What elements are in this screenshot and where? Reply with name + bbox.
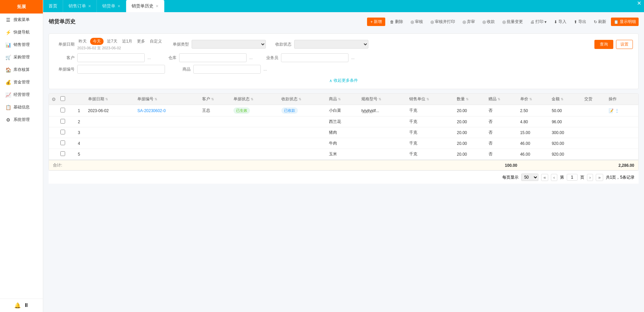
doc-no-label: 单据编号 <box>54 67 75 72</box>
td-checkbox[interactable] <box>58 138 76 149</box>
th-amount[interactable]: 金额 ⇅ <box>550 94 582 105</box>
sidebar-logo: 拓展 <box>0 0 43 14</box>
row-checkbox[interactable] <box>60 108 65 112</box>
td-transaction <box>582 116 607 127</box>
customer-ellipsis[interactable]: ... <box>147 55 151 60</box>
sidebar-item-purchase-mgmt[interactable]: 🛒 采购管理 <box>0 51 43 63</box>
page-number-input[interactable] <box>567 174 578 181</box>
doc-no-input[interactable] <box>77 65 165 74</box>
td-spec <box>359 149 407 160</box>
td-settings <box>49 105 58 116</box>
more-link[interactable]: ⋮ <box>615 108 619 113</box>
date-shortcut-yesterday[interactable]: 昨天 <box>77 38 88 45</box>
row-checkbox[interactable] <box>60 119 65 124</box>
tab-home[interactable]: 首页 <box>43 0 63 12</box>
pause-icon[interactable]: ⏸ <box>24 302 29 309</box>
date-shortcut-more[interactable]: 更多 <box>136 38 146 45</box>
salesman-input[interactable] <box>281 53 348 62</box>
warehouse-input[interactable] <box>179 53 247 62</box>
td-doc-no[interactable] <box>135 138 200 149</box>
goods-ellipsis[interactable]: ... <box>263 67 267 72</box>
page-size-select[interactable]: 50 20 100 <box>521 174 538 181</box>
show-detail-button[interactable]: 📋 显示明细 <box>611 18 639 26</box>
doc-no-filter-group: 单据编号 <box>54 65 165 74</box>
sidebar-item-system-mgmt[interactable]: ⚙ 系统管理 <box>0 113 43 126</box>
goods-input[interactable] <box>193 65 261 74</box>
sidebar-item-sales-mgmt[interactable]: 📊 销售管理 <box>0 38 43 51</box>
th-gift[interactable]: 赠品 ⇅ <box>486 94 518 105</box>
batch-change-button[interactable]: ◎ 批量变更 <box>500 18 526 26</box>
export-button[interactable]: ⬆ 导出 <box>571 18 589 26</box>
td-checkbox[interactable] <box>58 127 76 138</box>
th-doc-date[interactable]: 单据日期 ⇅ <box>86 94 135 105</box>
tab-sales-history[interactable]: 销货单历史 ✕ <box>126 0 164 12</box>
th-settings[interactable]: ⚙ <box>49 94 58 105</box>
collect-button[interactable]: ◎ 收款 <box>480 18 498 26</box>
td-checkbox[interactable] <box>58 105 76 116</box>
row-checkbox[interactable] <box>60 140 65 145</box>
td-doc-no[interactable] <box>135 127 200 138</box>
th-unit[interactable]: 销售单位 ⇅ <box>407 94 455 105</box>
th-doc-status[interactable]: 单据状态 ⇅ <box>231 94 279 105</box>
tab-sales-order[interactable]: 销售订单 ✕ <box>63 0 97 12</box>
sidebar-item-search-menu[interactable]: ☰ 搜索菜单 <box>0 14 43 26</box>
th-checkbox[interactable] <box>58 94 76 105</box>
settings-icon[interactable]: ⚙ <box>52 97 56 102</box>
sidebar-item-basic-info[interactable]: 📋 基础信息 <box>0 101 43 113</box>
th-unit-price[interactable]: 单价 ⇅ <box>518 94 550 105</box>
quick-nav-icon: ⚡ <box>5 30 11 35</box>
new-button[interactable]: + 新增 <box>367 18 385 26</box>
sidebar-item-inventory[interactable]: 🏠 库存核算 <box>0 63 43 76</box>
edit-link[interactable]: 📝 <box>609 108 614 113</box>
review-print-button[interactable]: ◎ 审核并打印 <box>428 18 458 26</box>
td-doc-no[interactable]: SA-20230602-0 <box>135 105 200 116</box>
row-checkbox[interactable] <box>60 151 65 156</box>
window-close-button[interactable]: ✕ <box>634 0 644 12</box>
setting-button[interactable]: 设置 <box>616 40 633 49</box>
refresh-button[interactable]: ↻ 刷新 <box>591 18 609 26</box>
sidebar-item-label: 搜索菜单 <box>13 17 30 23</box>
td-checkbox[interactable] <box>58 116 76 127</box>
tab-sales-order-close[interactable]: ✕ <box>88 4 91 8</box>
row-checkbox[interactable] <box>60 130 65 134</box>
td-doc-no[interactable] <box>135 149 200 160</box>
th-doc-no[interactable]: 单据编号 ⇅ <box>135 94 200 105</box>
salesman-ellipsis[interactable]: ... <box>351 55 355 60</box>
sidebar-item-operations[interactable]: 📈 经营管理 <box>0 88 43 101</box>
customer-input[interactable] <box>77 53 145 62</box>
tab-sales-history-close[interactable]: ✕ <box>156 4 159 8</box>
query-button[interactable]: 查询 <box>594 40 613 49</box>
last-page-button[interactable]: » <box>596 174 603 181</box>
print-button[interactable]: 🖨 打印 ▾ <box>528 18 549 26</box>
th-spec[interactable]: 规格型号 ⇅ <box>359 94 407 105</box>
show-detail-icon: 📋 <box>614 20 619 24</box>
th-goods[interactable]: 商品 ⇅ <box>327 94 359 105</box>
notification-icon[interactable]: 🔔 <box>14 302 21 309</box>
abandon-button[interactable]: ◎ 弃审 <box>460 18 478 26</box>
warehouse-ellipsis[interactable]: ... <box>249 55 253 60</box>
doc-type-select[interactable] <box>192 40 266 49</box>
first-page-button[interactable]: « <box>541 174 548 181</box>
sidebar-item-finance[interactable]: 💰 资金管理 <box>0 76 43 88</box>
date-shortcut-custom[interactable]: 自定义 <box>148 38 163 45</box>
review-button[interactable]: ◎ 审核 <box>408 18 426 26</box>
next-page-button[interactable]: › <box>587 174 593 181</box>
collapse-button[interactable]: ∧ 收起更多条件 <box>54 76 633 85</box>
doc-no-link[interactable]: SA-20230602-0 <box>137 108 166 113</box>
payment-status-select[interactable] <box>294 40 368 49</box>
date-shortcut-1month[interactable]: 近1月 <box>121 38 134 45</box>
select-all-checkbox[interactable] <box>60 96 65 101</box>
date-shortcut-today[interactable]: 今天 <box>90 38 104 45</box>
delete-button[interactable]: 🗑 删除 <box>387 18 406 26</box>
tab-sales-goods-close[interactable]: ✕ <box>117 4 120 8</box>
sidebar-item-quick-nav[interactable]: ⚡ 快捷导航 <box>0 26 43 38</box>
th-customer[interactable]: 客户 ⇅ <box>200 94 232 105</box>
td-doc-no[interactable] <box>135 116 200 127</box>
import-button[interactable]: ⬇ 导入 <box>551 18 569 26</box>
tab-sales-goods[interactable]: 销货单 ✕ <box>97 0 126 12</box>
td-checkbox[interactable] <box>58 149 76 160</box>
date-shortcut-7days[interactable]: 近7天 <box>106 38 119 45</box>
th-qty[interactable]: 数量 ⇅ <box>455 94 486 105</box>
th-payment-status[interactable]: 收款状态 ⇅ <box>279 94 327 105</box>
prev-page-button[interactable]: ‹ <box>551 174 557 181</box>
